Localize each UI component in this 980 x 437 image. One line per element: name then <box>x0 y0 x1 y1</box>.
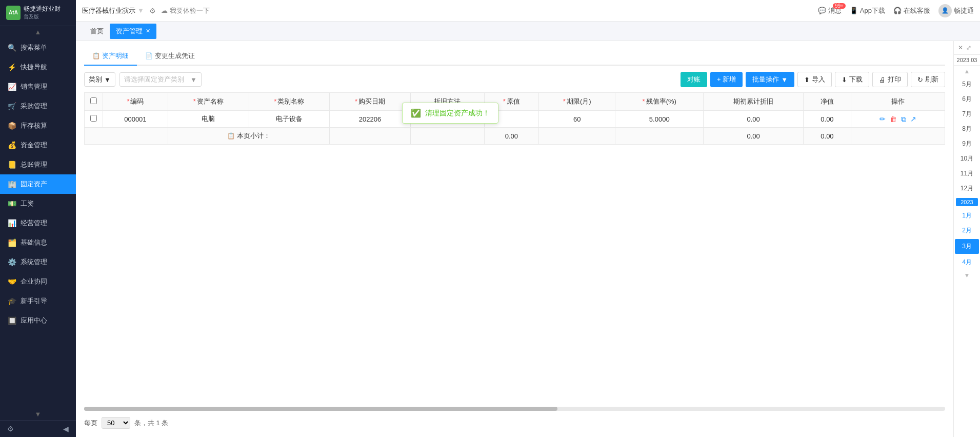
sidebar-bottom: ⚙ ◀ <box>0 420 76 437</box>
sidebar-icon-2: 📈 <box>7 82 16 91</box>
month-item-prev-1[interactable]: 6月 <box>954 92 980 107</box>
sidebar-label-0: 搜索菜单 <box>21 43 47 52</box>
success-toast: ✅ 清理固定资产成功！ <box>402 103 498 124</box>
sidebar-item-4[interactable]: 📦库存核算 <box>0 116 76 135</box>
sidebar-label-9: 经营管理 <box>21 218 47 228</box>
month-item-prev-0[interactable]: 5月 <box>954 77 980 92</box>
category-filter-select[interactable]: 类别 ▼ <box>84 72 115 87</box>
panel-expand-icon[interactable]: ⤢ <box>966 44 971 51</box>
month-item-prev-6[interactable]: 11月 <box>954 166 980 181</box>
month-item-prev-5[interactable]: 10月 <box>954 151 980 166</box>
sidebar-item-10[interactable]: 🗂️基础信息 <box>0 233 76 252</box>
th-residual-rate: *残值率(%) <box>615 93 704 111</box>
th-action: 操作 <box>851 93 945 111</box>
sidebar-item-2[interactable]: 📈销售管理 <box>0 77 76 96</box>
month-item-prev-7[interactable]: 12月 <box>954 181 980 196</box>
row-initial-accumulated: 0.00 <box>704 111 804 128</box>
copy-btn[interactable]: ⧉ <box>901 115 906 124</box>
new-btn[interactable]: + 新增 <box>710 72 743 87</box>
subtab-change-voucher[interactable]: 📄 变更生成凭证 <box>137 47 203 66</box>
asset-table: *编码 *资产名称 *类别名称 *购买日期 折旧方法 *原值 *期限(月) *残… <box>84 92 945 405</box>
asset-detail-icon: 📋 <box>92 52 100 59</box>
sidebar-icon-3: 🛒 <box>7 102 16 111</box>
sidebar: AtA 畅捷通好业财 普及版 ▲ 🔍搜索菜单⚡快捷导航📈销售管理🛒采购管理📦库存… <box>0 0 76 437</box>
month-scroll-up[interactable]: ▲ <box>954 66 980 77</box>
settings-gear-icon[interactable]: ⚙ <box>149 7 156 15</box>
month-item-prev-3[interactable]: 8月 <box>954 122 980 136</box>
tab-asset-management[interactable]: 资产管理 ✕ <box>110 24 156 39</box>
sidebar-item-8[interactable]: 💵工资 <box>0 194 76 213</box>
tab-home[interactable]: 首页 <box>84 24 110 39</box>
sidebar-item-14[interactable]: 🔲应用中心 <box>0 311 76 330</box>
right-panel-header: ✕ ⤢ <box>954 41 980 55</box>
delete-btn[interactable]: 🗑 <box>890 115 897 123</box>
month-item-2023-1[interactable]: 2月 <box>954 223 980 238</box>
messages-btn[interactable]: 💬 消息 99+ <box>818 6 842 15</box>
settings-icon[interactable]: ⚙ <box>7 425 14 433</box>
sidebar-label-1: 快捷导航 <box>21 63 47 72</box>
month-item-prev-4[interactable]: 9月 <box>954 136 980 151</box>
h-scrollbar[interactable] <box>84 405 945 412</box>
experience-btn[interactable]: ☁ 我要体验一下 <box>161 6 210 15</box>
online-service-btn[interactable]: 🎧 在线客服 <box>893 6 930 15</box>
sidebar-icon-1: ⚡ <box>7 63 16 72</box>
row-checkbox <box>85 111 103 128</box>
sidebar-item-3[interactable]: 🛒采购管理 <box>0 96 76 116</box>
sidebar-item-12[interactable]: 🤝企业协同 <box>0 272 76 291</box>
sidebar-scroll-up[interactable]: ▲ <box>0 26 76 38</box>
sidebar-item-1[interactable]: ⚡快捷导航 <box>0 57 76 77</box>
refresh-btn[interactable]: ↻ 刷新 <box>911 72 945 87</box>
tab-close-icon[interactable]: ✕ <box>146 28 150 34</box>
month-item-2023-2[interactable]: 3月 <box>955 239 979 254</box>
account-btn[interactable]: 对账 <box>681 72 707 87</box>
topbar-right: 💬 消息 99+ 📱 App下载 🎧 在线客服 👤 畅捷通 <box>818 4 974 17</box>
th-name: *资产名称 <box>168 93 249 111</box>
subtotal-icon: 📋 <box>227 132 235 140</box>
month-item-prev-2[interactable]: 7月 <box>954 107 980 122</box>
logo-text: 畅捷通好业财 <box>24 5 61 13</box>
sidebar-item-11[interactable]: ⚙️系统管理 <box>0 252 76 272</box>
sidebar-label-2: 销售管理 <box>21 82 47 91</box>
sidebar-item-5[interactable]: 💰资金管理 <box>0 135 76 155</box>
sidebar-item-6[interactable]: 📒总账管理 <box>0 155 76 174</box>
month-item-2023-0[interactable]: 1月 <box>954 208 980 223</box>
success-check-icon: ✅ <box>411 108 421 118</box>
year-2023: 2023 <box>956 198 978 206</box>
more-btn[interactable]: ↗ <box>910 115 916 123</box>
per-page-select[interactable]: 50 100 200 <box>102 417 130 429</box>
sidebar-icon-4: 📦 <box>7 121 16 130</box>
user-profile[interactable]: 👤 畅捷通 <box>938 4 974 17</box>
th-code: *编码 <box>103 93 168 111</box>
logo-sub: 普及版 <box>24 13 61 21</box>
month-scroll-down[interactable]: ▼ <box>954 270 980 281</box>
download-btn[interactable]: ⬇ 下载 <box>835 72 869 87</box>
sidebar-label-8: 工资 <box>21 199 34 208</box>
select-all-checkbox[interactable] <box>90 97 97 104</box>
month-item-2023-3[interactable]: 4月 <box>954 255 980 270</box>
sidebar-item-13[interactable]: 🎓新手引导 <box>0 291 76 311</box>
import-btn[interactable]: ⬆ 导入 <box>797 72 832 87</box>
sidebar-item-0[interactable]: 🔍搜索菜单 <box>0 38 76 57</box>
subtotal-original: 0.00 <box>484 128 538 145</box>
sidebar-icon-9: 📊 <box>7 218 16 228</box>
row-period: 60 <box>539 111 615 128</box>
sidebar-scroll-down[interactable]: ▼ <box>0 408 76 420</box>
row-residual-rate: 5.0000 <box>615 111 704 128</box>
message-badge: 99+ <box>833 3 846 9</box>
subtab-asset-detail[interactable]: 📋 资产明细 <box>84 47 137 66</box>
row-select-checkbox[interactable] <box>90 115 97 122</box>
app-download-btn[interactable]: 📱 App下载 <box>850 6 885 15</box>
th-net-value: 净值 <box>804 93 851 111</box>
collapse-icon[interactable]: ◀ <box>63 425 69 433</box>
edit-btn[interactable]: ✏ <box>879 115 886 123</box>
panel-close-icon[interactable]: ✕ <box>958 44 963 51</box>
batch-btn[interactable]: 批量操作 ▼ <box>746 72 794 87</box>
sidebar-item-7[interactable]: 🏢固定资产 <box>0 174 76 194</box>
sidebar-label-11: 系统管理 <box>21 257 47 267</box>
logo-icon: AtA <box>6 6 21 20</box>
category-dropdown[interactable]: 请选择固定资产类别 ▼ <box>119 72 202 87</box>
th-checkbox <box>85 93 103 111</box>
print-btn[interactable]: 🖨 打印 <box>872 72 908 87</box>
subtotal-label-cell: 📋 本页小计： <box>168 128 329 145</box>
sidebar-item-9[interactable]: 📊经营管理 <box>0 213 76 233</box>
